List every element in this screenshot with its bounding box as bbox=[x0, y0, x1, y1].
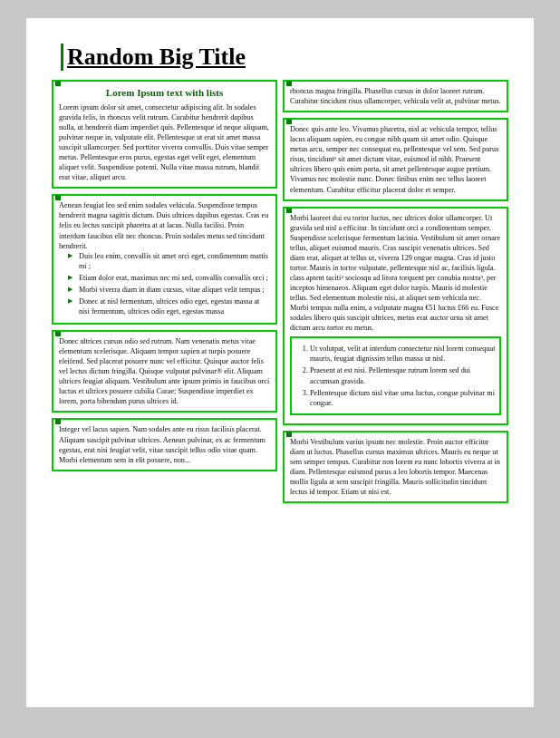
bullet-list: Duis leo enim, convallis sit amet orci e… bbox=[59, 251, 270, 316]
box-marker-2 bbox=[55, 195, 61, 200]
page-title: Random Big Title bbox=[61, 44, 508, 71]
left-box-2-text: Aenean feugiat leo sed enim sodales vehi… bbox=[59, 200, 270, 250]
box-marker-1 bbox=[55, 81, 61, 86]
numbered-list: Ut volutpat, velit at interdum consectet… bbox=[295, 344, 496, 407]
right-box-3: Morbi laoreet dui eu tortor luctus, nec … bbox=[283, 207, 508, 425]
left-column: Lorem Ipsum text with lists Lorem ipsum … bbox=[52, 80, 277, 503]
right-box-3-text: Morbi laoreet dui eu tortor luctus, nec … bbox=[290, 213, 501, 334]
numbered-item-1: Ut volutpat, velit at interdum consectet… bbox=[310, 344, 496, 364]
box-marker-r3 bbox=[286, 208, 292, 213]
numbered-item-2: Praesent at est nisi. Pellentesque rutru… bbox=[310, 365, 496, 385]
bullet-item-2: Etiam dolor erat, maximus nec mi sed, co… bbox=[68, 273, 270, 283]
bullet-item-4: Donec at nisl fermentum, ultrices odio e… bbox=[68, 296, 270, 316]
content-columns: Lorem Ipsum text with lists Lorem ipsum … bbox=[52, 80, 508, 503]
bullet-item-3: Morbi viverra diam in diam cursus, vitae… bbox=[68, 285, 270, 295]
box-marker-3 bbox=[55, 331, 61, 336]
box-marker-4 bbox=[55, 419, 61, 424]
right-box-1: rhoncus magna fringilla. Phasellus cursu… bbox=[283, 80, 508, 112]
left-box-4: Integer vel lacus sapien. Nam sodales an… bbox=[52, 418, 277, 471]
left-box-4-text: Integer vel lacus sapien. Nam sodales an… bbox=[59, 424, 270, 464]
numbered-item-3: Pellentesque dictum nisl vitae urna luct… bbox=[310, 388, 496, 408]
right-box-1-text: rhoncus magna fringilla. Phasellus cursu… bbox=[290, 86, 501, 106]
right-box-4: Morbi Vestibulum varius ipsum nec molest… bbox=[283, 431, 508, 503]
left-box-1: Lorem Ipsum text with lists Lorem ipsum … bbox=[52, 80, 277, 189]
bullet-item-1: Duis leo enim, convallis sit amet orci e… bbox=[68, 251, 270, 271]
right-box-4-text: Morbi Vestibulum varius ipsum nec molest… bbox=[290, 437, 501, 497]
box-marker-r4 bbox=[286, 432, 292, 437]
page: Random Big Title Lorem Ipsum text with l… bbox=[26, 18, 534, 707]
left-box-3-text: Donec ultrices cursus odio sed rutrum. N… bbox=[59, 336, 270, 406]
left-box-3: Donec ultrices cursus odio sed rutrum. N… bbox=[52, 330, 277, 413]
lorem-header: Lorem Ipsum text with lists bbox=[59, 86, 270, 100]
right-box-2: Donec quis ante leo. Vivamus pharetra, n… bbox=[283, 118, 508, 200]
left-box-2: Aenean feugiat leo sed enim sodales vehi… bbox=[52, 194, 277, 325]
numbered-subbox: Ut volutpat, velit at interdum consectet… bbox=[290, 336, 501, 414]
left-box-1-text: Lorem ipsum dolor sit amet, consectetur … bbox=[59, 102, 270, 183]
right-column: rhoncus magna fringilla. Phasellus cursu… bbox=[283, 80, 508, 503]
box-marker-r1 bbox=[286, 81, 292, 86]
right-box-2-text: Donec quis ante leo. Vivamus pharetra, n… bbox=[290, 124, 501, 194]
box-marker-r2 bbox=[286, 119, 292, 124]
